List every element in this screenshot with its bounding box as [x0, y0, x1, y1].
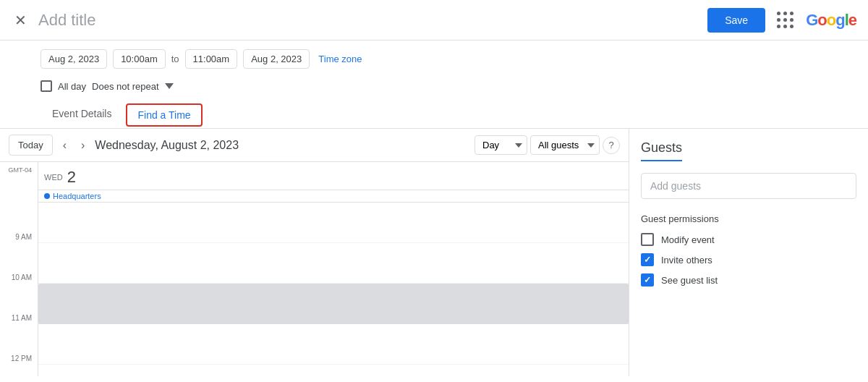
permission-modify-event: Modify event	[641, 233, 856, 246]
see-guest-list-label: See guest list	[661, 275, 718, 286]
permissions-title: Guest permissions	[641, 213, 856, 224]
save-button[interactable]: Save	[707, 8, 765, 33]
headquarters-label: Headquarters	[38, 190, 629, 203]
event-title-input[interactable]	[38, 11, 707, 30]
time-row-12pm	[38, 365, 629, 376]
timezone-button[interactable]: Time zone	[315, 50, 365, 68]
invite-others-label: Invite others	[661, 255, 712, 266]
time-slot-empty	[0, 191, 38, 232]
guests-panel: Guests Guest permissions Modify event In…	[629, 129, 868, 376]
hq-text: Headquarters	[53, 192, 101, 200]
add-guests-input[interactable]	[641, 173, 856, 199]
permission-invite-others: Invite others	[641, 253, 856, 266]
view-select[interactable]: Day Week Month	[475, 135, 527, 155]
gmt-label: GMT-04	[0, 162, 38, 191]
next-button[interactable]: ›	[77, 136, 89, 155]
time-row-9am	[38, 243, 629, 284]
time-row-10am[interactable]	[38, 284, 629, 324]
repeat-select[interactable]: Does not repeat Every day Every week Eve…	[92, 81, 174, 92]
permission-see-guest-list: See guest list	[641, 273, 856, 286]
time-row-8am	[38, 203, 629, 243]
help-icon[interactable]: ?	[603, 137, 620, 154]
allday-row: All day Does not repeat Every day Every …	[0, 77, 868, 101]
guests-view-select[interactable]: All guests My events	[530, 135, 600, 155]
close-button[interactable]: ✕	[12, 9, 30, 32]
datetime-row: Aug 2, 2023 10:00am to 11:00am Aug 2, 20…	[0, 41, 868, 77]
tab-find-time[interactable]: Find a Time	[126, 103, 202, 127]
day-name: WED	[44, 173, 63, 182]
start-time-button[interactable]: 10:00am	[113, 49, 166, 69]
time-gutter: GMT-04 9 AM 10 AM 11 AM 12 PM	[0, 162, 38, 376]
end-time-button[interactable]: 11:00am	[185, 49, 238, 69]
guests-title: Guests	[641, 140, 856, 161]
header-left: ✕	[12, 9, 707, 32]
prev-button[interactable]: ‹	[59, 136, 71, 155]
time-slot-9am: 9 AM	[0, 232, 38, 272]
header-right: Save Google	[707, 8, 856, 33]
allday-checkbox[interactable]	[41, 80, 52, 92]
event-block	[38, 284, 629, 324]
calendar-section: Today ‹ › Wednesday, August 2, 2023 Day …	[0, 129, 629, 376]
google-logo: Google	[806, 11, 856, 30]
header: ✕ Save Google	[0, 0, 868, 41]
start-date-button[interactable]: Aug 2, 2023	[41, 49, 107, 69]
modify-event-checkbox[interactable]	[641, 233, 654, 246]
time-row-11am	[38, 324, 629, 365]
today-button[interactable]: Today	[9, 135, 53, 156]
view-select-wrap: Day Week Month All guests My events ?	[475, 135, 620, 155]
time-slot-12pm: 12 PM	[0, 353, 38, 376]
tab-event-details[interactable]: Event Details	[41, 101, 123, 129]
calendar-day-header: WED 2	[38, 162, 629, 190]
tabs-row: Event Details Find a Time	[0, 101, 868, 129]
hq-dot	[44, 193, 50, 199]
end-date-button[interactable]: Aug 2, 2023	[243, 49, 310, 69]
main-content: Today ‹ › Wednesday, August 2, 2023 Day …	[0, 129, 868, 376]
calendar-toolbar: Today ‹ › Wednesday, August 2, 2023 Day …	[0, 129, 629, 162]
time-slot-11am: 11 AM	[0, 313, 38, 353]
invite-others-checkbox[interactable]	[641, 253, 654, 266]
calendar-date-title: Wednesday, August 2, 2023	[95, 139, 469, 152]
day-number: 2	[67, 168, 76, 187]
time-rows	[38, 203, 629, 376]
modify-event-label: Modify event	[661, 234, 715, 245]
apps-icon[interactable]	[777, 12, 794, 29]
calendar-body: GMT-04 9 AM 10 AM 11 AM 12 PM WED 2 Head…	[0, 162, 629, 376]
allday-label: All day	[58, 81, 86, 92]
time-slot-10am: 10 AM	[0, 272, 38, 313]
to-text: to	[171, 54, 179, 64]
see-guest-list-checkbox[interactable]	[641, 273, 654, 286]
calendar-grid: WED 2 Headquarters	[38, 162, 629, 376]
